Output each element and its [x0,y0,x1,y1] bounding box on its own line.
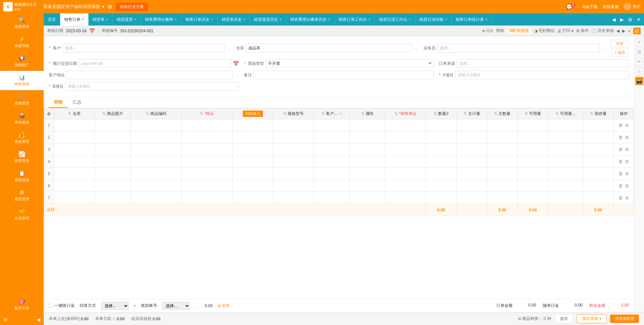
avail-cell[interactable] [518,119,548,131]
copy-row-icon[interactable]: ⊞ [624,147,630,152]
tab-close-invoice[interactable]: × [106,17,108,22]
spec-cell[interactable] [273,192,314,204]
tab-next-icon[interactable]: ▶ [618,16,626,23]
discard-button[interactable]: 放弃 [555,314,573,323]
staff-dots-icon[interactable]: … [601,45,606,51]
add-payment-btn[interactable]: ⊕ 添加 [218,303,230,309]
right-icon-star[interactable]: ☆ [635,67,643,75]
copy-row-icon[interactable]: ⊞ [624,135,630,140]
b-project-input[interactable] [65,82,239,91]
right-icon-menu[interactable]: ☰ [635,48,643,56]
delivery-calendar-icon[interactable]: 📅 [233,61,239,66]
tab-close-all-icon[interactable]: ✕ [635,16,642,23]
col-warehouse-header[interactable]: ⇅ 仓库 [54,109,95,119]
avail2-cell[interactable] [548,192,583,204]
copy-row-icon[interactable]: ⊞ [624,159,630,164]
warehouse-cell[interactable] [54,192,95,204]
copy-row-icon[interactable]: ⊞ [624,195,630,200]
tab-close-sales-history[interactable]: × [211,17,213,22]
main-unit-cell[interactable] [456,168,487,180]
sidebar-item-search[interactable]: 🔍 搜索菜单 [0,13,44,33]
one-click-checkbox[interactable] [49,303,53,308]
sidebar-item-sales[interactable]: 📊 销售管理 [0,71,44,90]
delete-row-icon[interactable]: 🗑 [618,147,623,152]
customer-dots-icon[interactable]: … [226,45,231,51]
qty2-cell[interactable] [426,168,457,180]
tab-invoice-history[interactable]: 销货单历史 × [218,13,250,26]
col-qty2-header[interactable]: ⇅ 数量2 [426,109,457,119]
stock-cell[interactable] [583,168,614,180]
tab-close-sales-return[interactable]: × [134,17,137,22]
right-icon-camera[interactable]: 📷 [635,77,643,85]
avail2-cell[interactable] [548,156,583,168]
spec-cell[interactable] [273,180,314,192]
account-dots-icon[interactable]: … [195,303,200,309]
product-cell[interactable] [182,144,232,156]
customer-code-cell[interactable] [314,131,349,144]
address-input[interactable] [67,71,232,79]
unit-cell[interactable] [385,156,426,168]
avail-cell[interactable] [518,180,548,192]
sidebar-item-system[interactable]: ⚙ 系统管理 [0,186,44,205]
tab-expense-split[interactable]: 销售费用分摊单 × [141,13,181,26]
col-spec-header[interactable]: ⇅ 规格型号 [273,109,314,119]
qty2-cell[interactable] [426,180,457,192]
avail-cell[interactable] [518,192,548,204]
avail2-cell[interactable] [548,144,583,156]
tab-menu-icon[interactable]: ⊞ [627,16,634,23]
attr-cell[interactable] [349,192,385,204]
code-cell[interactable] [130,192,181,204]
avail-cell[interactable] [518,144,548,156]
tab-close-invoice-history[interactable]: × [243,17,245,22]
tab-close-expense-history[interactable]: × [328,17,330,22]
table-container[interactable]: ⚙ ⇅ 仓库 ⇅ 商品图片 ⇅ 商品编码 [44,108,634,299]
tab-home[interactable]: 首页 [44,13,60,26]
a-project-input[interactable] [455,71,629,79]
tab-close-workbench[interactable]: × [368,17,371,22]
tab-close-statistics[interactable]: × [485,17,488,22]
stock-cell[interactable] [583,119,614,131]
warehouse-dots-icon[interactable]: … [414,45,418,51]
invoice-select[interactable]: 不开票 [266,59,434,68]
shortcut-btn[interactable]: ⌨ 快捷键 [507,27,531,34]
qty2-cell[interactable] [426,144,457,156]
customer-code-cell[interactable] [314,180,349,192]
spec-cell[interactable] [273,168,314,180]
account-select[interactable]: 选择... [162,302,190,310]
online-service-btn[interactable]: 在线客服 [603,4,619,10]
product-cell[interactable] [182,180,232,192]
spec-cell[interactable] [273,156,314,168]
avail-cell[interactable] [518,131,548,144]
customer-input[interactable] [63,44,225,52]
main-qty-cell[interactable] [487,144,518,156]
product-cell[interactable] [182,192,232,204]
sidebar-item-basic-info[interactable]: 📋 基础信息 [0,167,44,186]
customer-code-cell[interactable] [314,119,349,131]
system-title-dropdown[interactable]: 装备及固定资产辅助管理系统 ▾ [40,4,104,10]
qty2-cell[interactable] [426,131,457,144]
col-unit-header[interactable]: ⇅ *销售单位 [385,109,426,119]
address-dots-icon[interactable]: … [234,72,239,78]
copy-row-icon[interactable]: ⊞ [624,183,630,188]
col-img-header[interactable]: ⇅ 商品图片 [95,109,131,119]
warehouse-cell[interactable] [54,168,95,180]
avail-cell[interactable] [518,168,548,180]
settings-wheel-icon[interactable]: ⚙ [3,317,8,322]
sidebar-item-collab[interactable]: 🤝 企业协同 [0,205,44,224]
right-icon-edit[interactable]: ✏ [635,57,643,66]
avail2-cell[interactable] [548,180,583,192]
avail2-cell[interactable] [548,119,583,131]
col-main-unit-header[interactable]: ⇅ 主计量 [456,109,487,119]
tab-detail[interactable]: 明细 [49,97,68,108]
stock-cell[interactable] [583,144,614,156]
tab-prev-icon[interactable]: ◀ [610,16,617,23]
solution-button[interactable]: 体验行业方案 [116,3,148,11]
main-unit-cell[interactable] [456,180,487,192]
sidebar-item-operations[interactable]: 📈 经营管理 [0,148,44,167]
spec-cell[interactable] [273,119,314,131]
code-cell[interactable] [130,180,181,192]
profit-btn[interactable]: ◑ 毛利预估 [534,28,555,34]
card-view-icon[interactable]: ⊟ [633,28,641,34]
notification-area[interactable]: 💬 9 [566,4,577,10]
main-unit-cell[interactable] [456,131,487,144]
